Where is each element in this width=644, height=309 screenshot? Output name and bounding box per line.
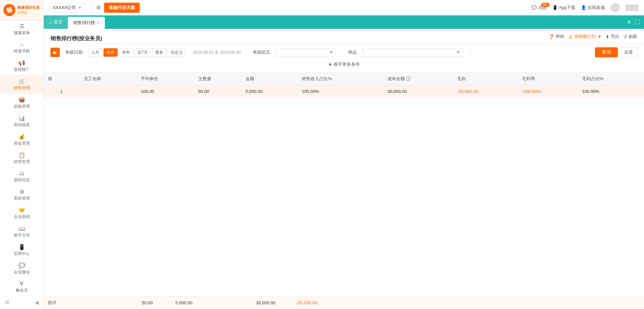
topbar-settings-icon[interactable]: ⚙ bbox=[96, 4, 101, 11]
sidebar-item-system[interactable]: ⚙ 系统管理 bbox=[0, 186, 43, 204]
sidebar-item-label: 新手引导 bbox=[14, 233, 30, 238]
filter-expand-btn[interactable]: ▶ bbox=[50, 48, 60, 57]
message-btn[interactable]: 💬 消息 99+ bbox=[531, 5, 547, 11]
online-service-btn[interactable]: 👤 在线客服 bbox=[581, 5, 605, 11]
wechat-icon: 💬 bbox=[18, 262, 25, 269]
col-gross-ratio: 毛利占比% bbox=[578, 72, 644, 86]
sidebar-bottom: ⚙ ◀ bbox=[0, 296, 43, 309]
app-download-btn[interactable]: 📱 App下载 bbox=[552, 5, 575, 11]
col-avg-price: 平均单价 bbox=[137, 72, 194, 86]
sidebar-item-label: 应用中心 bbox=[14, 251, 30, 257]
this-year-btn[interactable]: 本年 bbox=[119, 48, 133, 57]
print-btn[interactable]: 🖨 按模板打印 ▼ bbox=[568, 34, 602, 40]
refresh-btn[interactable]: ↺ 刷新 bbox=[624, 34, 637, 40]
sidebar-item-basics[interactable]: 🗂 基础信息 bbox=[0, 168, 43, 186]
company-selector[interactable]: XXXXX公司 ▼ bbox=[49, 3, 93, 12]
print-icon: 🖨 bbox=[568, 34, 573, 39]
sidebar-item-marketing[interactable]: 📢 营销推广 bbox=[0, 57, 43, 75]
tab-close-icon[interactable]: × bbox=[97, 20, 99, 25]
topbar-right: 💬 消息 99+ 📱 App下载 👤 在线客服 bbox=[531, 3, 639, 12]
svg-text:畅: 畅 bbox=[6, 7, 12, 13]
sidebar-item-sales[interactable]: 🛒 销售管理 bbox=[0, 75, 43, 94]
query-btn[interactable]: 查询 bbox=[595, 47, 618, 57]
expand-more-btn[interactable]: ▼ 展开更多条件 bbox=[328, 60, 360, 69]
marketing-icon: 📢 bbox=[18, 60, 25, 66]
goods-more-icon[interactable]: … bbox=[468, 49, 474, 55]
date-filter-label: 单据日期 bbox=[65, 49, 83, 55]
cell-index: 1 bbox=[56, 86, 80, 98]
footer-label: 合计 bbox=[48, 300, 142, 306]
sidebar-logo: 畅 畅康通好生意 标准版 bbox=[0, 0, 43, 20]
nav-icon: ⌂ bbox=[20, 42, 24, 48]
settings-filter-btn[interactable]: 设置 bbox=[620, 47, 637, 57]
sidebar-collapse-icon[interactable]: ◀ bbox=[35, 299, 39, 306]
app-download-icon: 📱 bbox=[552, 5, 558, 10]
col-gross-rate: 毛利率 bbox=[518, 72, 578, 86]
tab-home-label: 首页 bbox=[54, 19, 62, 25]
custom-date-btn[interactable]: 自定义 bbox=[168, 48, 186, 57]
help-label: 帮助 bbox=[556, 34, 564, 40]
tab-maximize-icon[interactable]: ⛶ bbox=[635, 19, 640, 25]
sidebar-menu: ☰ 搜索菜单 ⌂ 快捷导航 📢 营销推广 🛒 销售管理 📦 采购管理 📊 库存核… bbox=[0, 20, 43, 296]
try-button[interactable]: 体验行业方案 bbox=[104, 3, 140, 13]
cell-main-qty: 50.00 bbox=[194, 86, 242, 98]
help-btn[interactable]: ❓ 帮助 bbox=[549, 34, 564, 40]
avatar[interactable] bbox=[610, 3, 620, 12]
status-select[interactable] bbox=[275, 48, 336, 57]
sidebar-item-label: 搜索菜单 bbox=[14, 30, 30, 36]
cell-amount: 5,000.00 bbox=[242, 86, 298, 98]
sidebar-settings-icon[interactable]: ⚙ bbox=[5, 299, 9, 306]
col-sales-ratio: 销售收入占比% bbox=[298, 72, 383, 86]
collab-icon: 🤝 bbox=[18, 207, 25, 213]
date-range-text: 2023-06-01 至 2023-06-30 bbox=[193, 50, 241, 55]
export-btn[interactable]: ⬇ 导出 bbox=[606, 34, 619, 40]
sidebar-item-label: 畅会员 bbox=[16, 288, 28, 293]
sidebar-item-operations[interactable]: 📋 经营管理 bbox=[0, 149, 43, 168]
sidebar-item-nav[interactable]: ⌂ 快捷导航 bbox=[0, 39, 43, 57]
tab-close-all-icon[interactable]: ✕ bbox=[627, 19, 631, 25]
refresh-icon: ↺ bbox=[624, 34, 627, 39]
purchase-icon: 📦 bbox=[18, 97, 25, 103]
sidebar-item-collab[interactable]: 🤝 企业协同 bbox=[0, 204, 43, 223]
goods-select[interactable] bbox=[362, 48, 463, 57]
table-header-row: ⚙ 员工名称 平均单价 主数量 金额 销售收入占比% 成本全额 ⓘ 毛利 毛利率… bbox=[44, 72, 644, 86]
sidebar-item-search[interactable]: ☰ 搜索菜单 bbox=[0, 20, 43, 39]
finance-icon: 💰 bbox=[18, 134, 25, 140]
footer-main-qty: 50.00 bbox=[142, 300, 175, 305]
operations-icon: 📋 bbox=[18, 152, 25, 158]
tab-sales-rank[interactable]: 销售排行榜 × bbox=[68, 17, 105, 29]
footer-amount: 5,000.00 bbox=[175, 300, 216, 305]
export-icon: ⬇ bbox=[606, 34, 609, 39]
apps-icon: 📱 bbox=[18, 244, 25, 250]
more-date-btn[interactable]: 更多 bbox=[152, 48, 166, 57]
logo-icon: 畅 bbox=[3, 4, 15, 16]
sidebar-item-inventory[interactable]: 📊 库存核算 bbox=[0, 112, 43, 131]
topbar: XXXXX公司 ▼ ⚙ 体验行业方案 💬 消息 99+ 📱 App下载 👤 在线… bbox=[44, 0, 644, 15]
search-menu-icon: ☰ bbox=[19, 23, 24, 30]
sidebar: 畅 畅康通好生意 标准版 ☰ 搜索菜单 ⌂ 快捷导航 📢 营销推广 🛒 销售管理… bbox=[0, 0, 44, 309]
sidebar-item-finance[interactable]: 💰 资金管理 bbox=[0, 131, 43, 149]
data-table: ⚙ 员工名称 平均单价 主数量 金额 销售收入占比% 成本全额 ⓘ 毛利 毛利率… bbox=[44, 72, 644, 98]
print-label: 按模板打印 bbox=[574, 34, 596, 40]
page-header: 销售排行榜(按业务员) ❓ 帮助 🖨 按模板打印 ▼ ⬇ 导出 ↺ 刷新 bbox=[44, 29, 644, 44]
col-settings[interactable]: ⚙ bbox=[44, 72, 56, 86]
page-title: 销售排行榜(按业务员) bbox=[50, 35, 102, 42]
last7-btn[interactable]: 近7天 bbox=[134, 48, 151, 57]
last-month-btn[interactable]: 上月 bbox=[88, 48, 102, 57]
guide-icon: 📖 bbox=[18, 225, 25, 232]
sidebar-item-label: 企业微信 bbox=[14, 269, 30, 275]
member-icon: V bbox=[20, 281, 24, 287]
table-wrap: ⚙ 员工名称 平均单价 主数量 金额 销售收入占比% 成本全额 ⓘ 毛利 毛利率… bbox=[44, 72, 644, 296]
sidebar-item-guide[interactable]: 📖 新手引导 bbox=[0, 223, 43, 241]
expand-more-label: 展开更多条件 bbox=[334, 61, 360, 67]
cell-sales-ratio: 100.00% bbox=[298, 86, 383, 98]
cell-gross-rate: -500.00% bbox=[518, 86, 578, 98]
sidebar-item-wechat[interactable]: 💬 企业微信 bbox=[0, 260, 43, 278]
this-month-btn[interactable]: 本月 bbox=[103, 48, 118, 57]
help-icon: ❓ bbox=[549, 34, 554, 39]
sidebar-item-member[interactable]: V 畅会员 bbox=[0, 278, 43, 296]
tab-home[interactable]: ⌂ 首页 bbox=[44, 15, 68, 29]
sidebar-item-purchase[interactable]: 📦 采购管理 bbox=[0, 94, 43, 112]
sidebar-item-apps[interactable]: 📱 应用中心 bbox=[0, 241, 43, 260]
cell-name bbox=[80, 86, 137, 98]
